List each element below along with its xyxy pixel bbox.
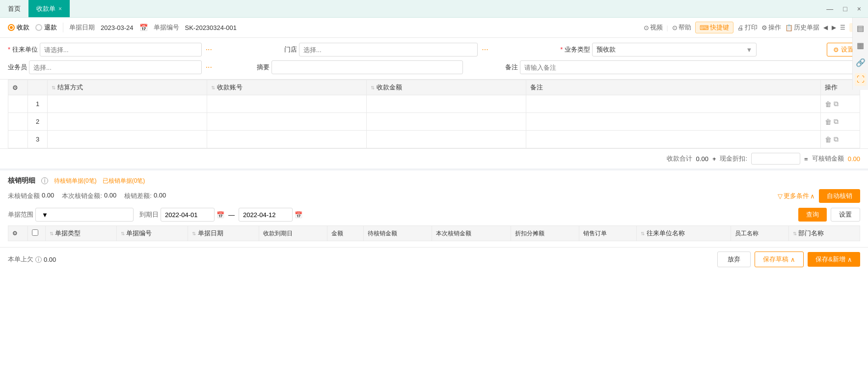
row3-delete-icon[interactable]: 🗑 [825, 136, 832, 143]
counterpart-more-icon[interactable]: ··· [204, 45, 214, 54]
shortcut-link[interactable]: ⌨ 快捷键 [695, 22, 733, 33]
bt-col-pending: 待核销金额 [364, 226, 432, 241]
toolbar: 收款 退款 单据日期 2023-03-24 📅 单据编号 SK-20230324… [0, 18, 868, 38]
bt-col-settings[interactable]: ⚙ [8, 226, 28, 241]
maximize-button[interactable]: □ [840, 4, 850, 14]
date-to-input[interactable] [239, 208, 293, 222]
history-link[interactable]: 📋 历史单据 [785, 23, 819, 32]
form-row-2: 业务员 ··· 摘要 备注 [8, 60, 860, 74]
filter-row: 单据范围 ▼ 到期日 📅 — 📅 查询 设置 [8, 208, 860, 222]
prev-icon[interactable]: ◀ [823, 24, 828, 31]
bt-col-amount: 金额 [327, 226, 364, 241]
row1-remark[interactable] [526, 95, 821, 113]
print-link[interactable]: 🖨 打印 [737, 23, 758, 32]
toolbar-right: ⊙ 视频 | ⊙ 帮助 ⌨ 快捷键 🖨 打印 ⚙ 操作 [644, 22, 860, 33]
range-select[interactable]: ▼ [35, 208, 134, 222]
save-new-label: 保存&新增 [815, 255, 845, 264]
col-settings-header[interactable]: ⚙ [8, 80, 28, 95]
summary-input[interactable] [271, 60, 463, 74]
available-value: 0.00 [848, 155, 860, 163]
select-all-checkbox[interactable] [32, 229, 38, 236]
table-row: 2 🗑 ⧉ [8, 113, 860, 131]
receipt-radio[interactable]: 收款 [8, 23, 29, 32]
row1-ops: 🗑 ⧉ [821, 95, 860, 113]
row2-remark[interactable] [526, 113, 821, 131]
more-conditions-link[interactable]: ▽ 更多条件 ∧ [778, 192, 815, 200]
minimize-button[interactable]: — [823, 4, 836, 14]
row1-copy-icon[interactable]: ⧉ [834, 100, 839, 108]
row1-amount[interactable] [367, 95, 526, 113]
this-time-value: 0.00 [104, 192, 116, 200]
abandon-button[interactable]: 放弃 [717, 251, 751, 267]
discount-input[interactable] [751, 153, 800, 165]
row1-delete-icon[interactable]: 🗑 [825, 100, 832, 108]
receipt-label: 收款 [17, 23, 29, 32]
row2-delete-icon[interactable]: 🗑 [825, 118, 832, 126]
row3-remark[interactable] [526, 131, 821, 148]
sidebar-icon-2[interactable]: ▦ [855, 39, 866, 52]
row2-settings [8, 113, 28, 131]
bt-col-due-date: 收款到期日 [259, 226, 327, 241]
row2-copy-icon[interactable]: ⧉ [834, 117, 839, 126]
row1-account[interactable] [207, 95, 367, 113]
sidebar-icon-4[interactable]: ⛶ [855, 73, 867, 86]
bt-col-sales-order: 销售订单 [579, 226, 637, 241]
store-more-icon[interactable]: ··· [480, 45, 490, 54]
remark-input[interactable] [520, 60, 860, 74]
table-row: 3 🗑 ⧉ [8, 131, 860, 148]
bt-col-checkbox[interactable] [28, 226, 46, 241]
tab-home[interactable]: 首页 [0, 0, 28, 17]
refund-radio[interactable]: 退款 [35, 23, 57, 32]
counterpart-input[interactable] [40, 43, 202, 56]
bt-col-discount: 折扣分摊额 [511, 226, 579, 241]
row1-settlement[interactable] [48, 95, 207, 113]
row3-ops: 🗑 ⧉ [821, 131, 860, 148]
range-field: 单据范围 ▼ [8, 208, 134, 222]
save-draft-button[interactable]: 保存草稿 ∧ [755, 251, 804, 267]
bt-col-bill-no: ⇅ 单据编号 [117, 226, 188, 241]
row2-account[interactable] [207, 113, 367, 131]
due-date-field: 到期日 📅 — 📅 [139, 208, 302, 222]
receipt-refund-group: 收款 退款 [8, 23, 57, 32]
tab-close-icon[interactable]: × [58, 5, 62, 12]
tab-current[interactable]: 收款单 × [28, 0, 70, 17]
calendar-icon[interactable]: 📅 [139, 24, 148, 31]
row3-account[interactable] [207, 131, 367, 148]
date-value: 2023-03-24 [101, 24, 134, 31]
diff-value: 0.00 [154, 192, 166, 200]
footer-info-icon[interactable]: i [35, 256, 42, 263]
row2-amount[interactable] [367, 113, 526, 131]
row3-amount[interactable] [367, 131, 526, 148]
date-from-input[interactable] [161, 208, 215, 222]
bt-col-counterpart: ⇅ 往来单位名称 [637, 226, 731, 241]
close-button[interactable]: × [854, 4, 864, 14]
row3-copy-icon[interactable]: ⧉ [834, 135, 839, 143]
video-link[interactable]: ⊙ 视频 [644, 23, 663, 32]
row2-settlement[interactable] [48, 113, 207, 131]
writeoff-info-icon[interactable]: i [41, 177, 48, 184]
business-type-select[interactable]: 预收款 ▼ [592, 43, 757, 56]
remark-field: 备注 [505, 60, 860, 74]
store-input[interactable] [299, 43, 478, 56]
next-icon[interactable]: ▶ [832, 24, 836, 31]
save-new-button[interactable]: 保存&新增 ∧ [808, 252, 860, 267]
date-to-icon[interactable]: 📅 [295, 211, 302, 219]
staff-input[interactable] [29, 60, 202, 74]
auto-writeoff-button[interactable]: 自动核销 [819, 189, 860, 203]
help-link[interactable]: ⊙ 帮助 [672, 23, 691, 32]
staff-more-icon[interactable]: ··· [204, 63, 214, 72]
done-tab[interactable]: 已核销单据(0笔) [103, 177, 145, 185]
layout-icon[interactable]: ☰ [840, 24, 845, 31]
row3-settlement[interactable] [48, 131, 207, 148]
date-from-icon[interactable]: 📅 [217, 211, 224, 219]
query-button[interactable]: 查询 [798, 208, 827, 222]
sidebar-icon-1[interactable]: ▤ [855, 22, 866, 35]
business-type-value: 预收款 [597, 45, 616, 54]
business-type-arrow: ▼ [746, 46, 752, 54]
filter-settings-button[interactable]: 设置 [831, 208, 860, 222]
row1-settings [8, 95, 28, 113]
pending-tab[interactable]: 待核销单据(0笔) [54, 177, 97, 185]
col-num-header [28, 80, 48, 95]
operation-link[interactable]: ⚙ 操作 [761, 23, 781, 32]
sidebar-icon-3[interactable]: 🔗 [854, 56, 868, 69]
